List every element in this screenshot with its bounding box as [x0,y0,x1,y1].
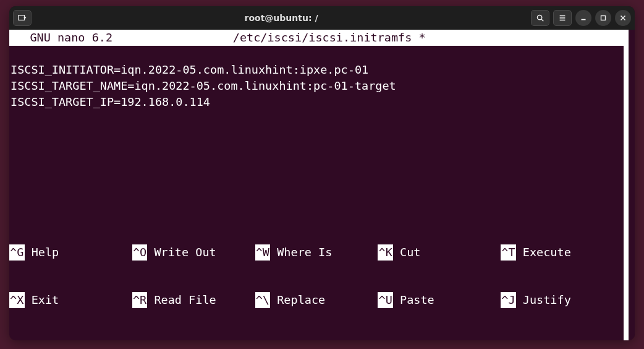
terminal-window: root@ubuntu: / GNU nano 6.2 /etc/iscsi/i… [9,6,635,340]
help-write-out: ^OWrite Out [132,244,255,261]
close-button[interactable] [615,10,631,26]
config-line: ISCSI_INITIATOR=iqn.2022-05.com.linuxhin… [11,63,368,76]
help-where-is: ^WWhere Is [255,244,378,261]
window-title: root@ubuntu: / [32,13,531,23]
editor-content[interactable]: ISCSI_INITIATOR=iqn.2022-05.com.linuxhin… [9,46,629,110]
help-read-file: ^RRead File [132,292,255,308]
help-row-1: ^GHelp ^OWrite Out ^WWhere Is ^KCut ^TEx… [9,244,624,261]
new-tab-icon [18,14,27,22]
nano-help-bar: ^GHelp ^OWrite Out ^WWhere Is ^KCut ^TEx… [9,212,624,340]
help-exit: ^XExit [9,292,132,308]
minimize-icon [579,14,588,22]
config-line: ISCSI_TARGET_IP=192.168.0.114 [11,95,210,108]
svg-rect-0 [19,15,25,20]
search-button[interactable] [531,10,549,26]
search-icon [536,14,544,22]
maximize-icon [599,14,608,22]
minimize-button[interactable] [575,10,591,26]
svg-point-3 [537,15,541,19]
help-justify: ^JJustify [501,292,624,308]
help-replace: ^\Replace [255,292,378,308]
svg-rect-9 [601,16,606,20]
scrollbar[interactable] [624,30,629,340]
nano-filename: /etc/iscsi/iscsi.initramfs * [30,30,629,46]
help-cut: ^KCut [378,244,501,261]
titlebar: root@ubuntu: / [9,6,635,30]
menu-button[interactable] [553,10,572,26]
close-icon [619,14,627,22]
help-row-2: ^XExit ^RRead File ^\Replace ^UPaste ^JJ… [9,292,624,308]
help-get-help: ^GHelp [9,244,132,261]
help-paste: ^UPaste [378,292,501,308]
config-line: ISCSI_TARGET_NAME=iqn.2022-05.com.linuxh… [11,79,396,92]
new-tab-button[interactable] [13,10,32,26]
hamburger-icon [558,14,567,22]
nano-header: GNU nano 6.2 /etc/iscsi/iscsi.initramfs … [9,30,629,46]
svg-line-4 [541,19,543,21]
maximize-button[interactable] [595,10,611,26]
help-execute: ^TExecute [501,244,624,261]
terminal-area[interactable]: GNU nano 6.2 /etc/iscsi/iscsi.initramfs … [9,30,635,340]
